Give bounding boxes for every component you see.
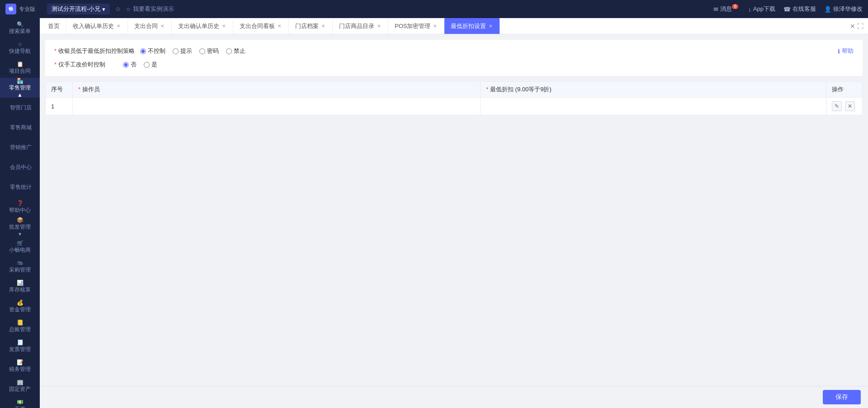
sidebar-label-marketing: 营销推广 <box>10 144 32 151</box>
sidebar-item-invoice[interactable]: 🧾 发票管理 <box>0 336 40 356</box>
sidebar-item-project-contract[interactable]: 📋 项目合同 <box>0 58 40 78</box>
customer-service-button[interactable]: ☎ 在线客服 <box>783 5 816 13</box>
sidebar-item-quick-nav[interactable]: ☆ 快捷导航 <box>0 38 40 58</box>
radio-forbid-input[interactable] <box>226 48 232 54</box>
radio-password[interactable]: 密码 <box>199 47 219 55</box>
delete-row-button[interactable]: ✕ <box>845 101 855 111</box>
accounting-icon: 📒 <box>17 319 24 326</box>
radio-manual-yes-input[interactable] <box>144 62 150 68</box>
demo-link[interactable]: ○ 我要看实例演示 <box>126 5 174 13</box>
tab-payment-contract-board[interactable]: 支出合同看板 ✕ <box>233 18 289 34</box>
sidebar-item-retail-mgmt[interactable]: 🏪 零售管理 ▲ <box>0 78 40 98</box>
sidebar-label-ecommerce: 小畅电商 <box>9 246 31 254</box>
ecommerce-icon: 🛒 <box>17 240 24 246</box>
sidebar-item-search-menu[interactable]: 🔍 搜索菜单 <box>0 18 40 38</box>
retail-icon: 🏪 <box>17 78 24 84</box>
sidebar-item-salary[interactable]: 💵 工资 <box>0 396 40 408</box>
invoice-icon: 🧾 <box>17 339 24 346</box>
top-bar: 畅 专业版 测试分开流程-小兄 ▾ ⚙ ○ 我要看实例演示 ✉ 消息 8 ↓ A… <box>0 0 868 18</box>
page-footer: 保存 <box>40 386 868 408</box>
tab-income-close-icon[interactable]: ✕ <box>116 23 121 29</box>
cashier-strategy-row: * 收银员低于最低折扣控制策略 不控制 提示 <box>54 47 854 55</box>
table-row: 1 ✎ ✕ <box>46 98 863 115</box>
tab-store-archive[interactable]: 门店档案 ✕ <box>289 18 333 34</box>
tab-board-label: 支出合同看板 <box>240 22 275 30</box>
sidebar-item-finance[interactable]: 💰 资金管理 <box>0 296 40 316</box>
tab-store-close-icon[interactable]: ✕ <box>321 23 326 29</box>
project-name: 测试分开流程-小兄 <box>52 5 100 13</box>
sidebar-item-member[interactable]: 会员中心 <box>0 157 40 177</box>
required-star-2: * <box>54 61 57 68</box>
sidebar: 🔍 搜索菜单 ☆ 快捷导航 📋 项目合同 🏪 零售管理 ▲ 智营门店 零售商城 … <box>0 18 40 408</box>
radio-password-input[interactable] <box>199 48 205 54</box>
sidebar-label-project: 项目合同 <box>9 67 31 75</box>
tab-pos-password[interactable]: POS加密管理 ✕ <box>388 18 444 34</box>
tab-min-discount[interactable]: 最低折扣设置 ✕ <box>444 18 500 34</box>
tab-discount-close-icon[interactable]: ✕ <box>488 23 493 29</box>
help-icon: ❓ <box>17 200 24 206</box>
project-dropdown-icon: ▾ <box>102 6 105 13</box>
tab-pos-close-icon[interactable]: ✕ <box>432 23 438 29</box>
sidebar-item-inventory[interactable]: 📊 库存核算 <box>0 277 40 296</box>
save-button[interactable]: 保存 <box>823 390 861 404</box>
sidebar-item-purchase[interactable]: 🛍 采购管理 <box>0 257 40 277</box>
sidebar-label-retail: 零售管理 <box>9 84 31 92</box>
help-button[interactable]: ℹ 帮助 <box>838 47 854 55</box>
page-content: * 收银员低于最低折扣控制策略 不控制 提示 <box>40 34 868 386</box>
tab-board-close-icon[interactable]: ✕ <box>277 23 282 29</box>
radio-no-control-input[interactable] <box>140 48 146 54</box>
sidebar-item-marketing[interactable]: 营销推广 <box>0 137 40 157</box>
edit-row-button[interactable]: ✎ <box>832 101 842 111</box>
app-logo: 畅 专业版 <box>5 4 42 14</box>
messages-button[interactable]: ✉ 消息 8 <box>713 5 740 13</box>
sidebar-item-wholesale[interactable]: 📦 批发管理 ▾ <box>0 217 40 237</box>
sidebar-label-assets: 固定资产 <box>9 385 31 393</box>
radio-manual-no[interactable]: 否 <box>123 61 137 69</box>
radio-remind-input[interactable] <box>173 48 179 54</box>
sidebar-item-ecommerce[interactable]: 🛒 小畅电商 <box>0 237 40 257</box>
sidebar-item-help[interactable]: ❓ 帮助中心 <box>0 197 40 217</box>
expand-tabs-icon[interactable]: ⛶ <box>857 23 863 30</box>
tab-payment-confirm-close-icon[interactable]: ✕ <box>221 23 226 29</box>
radio-manual-yes[interactable]: 是 <box>144 61 157 69</box>
discount-required-star: * <box>486 86 490 93</box>
tab-payment-confirm-history[interactable]: 支出确认单历史 ✕ <box>172 18 233 34</box>
nav-icon: ☆ <box>18 41 23 47</box>
tab-store-label: 门店档案 <box>295 22 319 30</box>
tab-catalog-close-icon[interactable]: ✕ <box>376 23 382 29</box>
close-all-tabs-icon[interactable]: ✕ <box>850 23 855 30</box>
tab-discount-label: 最低折扣设置 <box>451 22 486 30</box>
tab-payment-contract[interactable]: 支出合同 ✕ <box>128 18 172 34</box>
radio-no-control[interactable]: 不控制 <box>140 47 165 55</box>
discount-table: 序号 * 操作员 * 最低折扣 (9.00等于9折) 操 <box>45 81 863 115</box>
tab-home[interactable]: 首页 <box>42 18 66 34</box>
radio-forbid[interactable]: 禁止 <box>226 47 245 55</box>
tax-icon: 📝 <box>17 359 24 366</box>
purchase-icon: 🛍 <box>17 260 23 266</box>
sidebar-item-retail-mall[interactable]: 零售商城 <box>0 117 40 137</box>
tab-store-product-catalog[interactable]: 门店商品目录 ✕ <box>333 18 388 34</box>
sidebar-item-tax[interactable]: 📝 税务管理 <box>0 356 40 376</box>
radio-manual-yes-label: 是 <box>151 61 157 69</box>
th-operator: * 操作员 <box>73 82 481 98</box>
sidebar-item-fixed-assets[interactable]: 🏢 固定资产 <box>0 376 40 396</box>
required-star-1: * <box>54 47 57 54</box>
tab-payment-close-icon[interactable]: ✕ <box>160 23 165 29</box>
user-profile-button[interactable]: 👤 徐泽华修改 <box>824 5 863 13</box>
sidebar-item-smart-store[interactable]: 智营门店 <box>0 98 40 117</box>
sidebar-label-help: 帮助中心 <box>9 206 31 214</box>
wholesale-icon: 📦 <box>17 217 24 223</box>
radio-manual-no-input[interactable] <box>123 62 129 68</box>
project-selector[interactable]: 测试分开流程-小兄 ▾ <box>47 4 110 14</box>
th-actions: 操作 <box>826 82 863 98</box>
sidebar-item-accounting[interactable]: 📒 总账管理 <box>0 316 40 336</box>
sidebar-item-retail-stats[interactable]: 零售统计 <box>0 177 40 197</box>
tab-home-label: 首页 <box>48 22 60 30</box>
tab-income-confirm-history[interactable]: 收入确认单历史 ✕ <box>66 18 128 34</box>
radio-remind-label: 提示 <box>180 47 192 55</box>
app-download-button[interactable]: ↓ App下载 <box>748 5 775 13</box>
radio-remind[interactable]: 提示 <box>173 47 192 55</box>
cell-seq: 1 <box>46 98 73 115</box>
expand-icon-wholesale: ▾ <box>19 231 21 237</box>
help-circle-icon: ℹ <box>838 48 840 55</box>
